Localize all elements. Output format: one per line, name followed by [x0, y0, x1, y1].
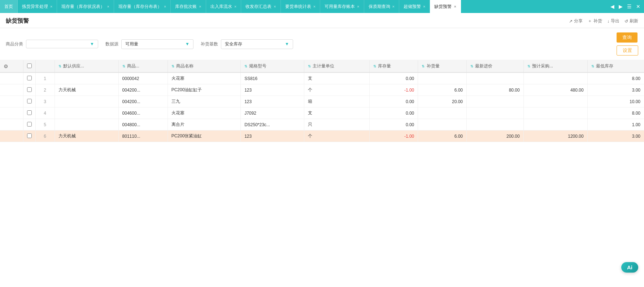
cell-est-purchase-4	[523, 119, 587, 131]
cell-checkbox-1[interactable]	[23, 84, 35, 96]
tab-available[interactable]: 可用量库存账本 ×	[320, 0, 364, 13]
col-est-purchase[interactable]: ⇅ 预计采购...	[523, 60, 587, 72]
cell-replenish-4	[418, 119, 467, 131]
replenish-base-select[interactable]: 安全库存 ▼	[221, 39, 293, 49]
row-checkbox-1[interactable]	[27, 87, 32, 92]
cell-spec-1: 123	[241, 84, 304, 96]
tab-demand[interactable]: 要货单统计表 ×	[281, 0, 320, 13]
share-icon: ↗	[569, 19, 573, 24]
cell-supplier-4	[55, 119, 118, 131]
category-select[interactable]: ▼	[26, 40, 98, 48]
cell-est-purchase-0	[523, 72, 587, 84]
cell-stock-0: 0.00	[369, 72, 418, 84]
cell-unit-5: 个	[304, 131, 369, 142]
sort-icon-supplier: ⇅	[58, 64, 61, 68]
cell-checkbox-0[interactable]	[23, 72, 35, 84]
cell-est-purchase-3	[523, 107, 587, 119]
tab-close-available[interactable]: ×	[357, 4, 359, 9]
tab-close-abnormal[interactable]: ×	[50, 4, 52, 9]
cell-checkbox-3[interactable]	[23, 107, 35, 119]
tab-shortage[interactable]: 缺货预警 ×	[430, 0, 461, 13]
settings-button[interactable]: 设置	[617, 45, 638, 56]
replenish-button[interactable]: ＋ 补货	[588, 18, 602, 24]
tab-overstock[interactable]: 超储预警 ×	[399, 0, 430, 13]
row-checkbox-0[interactable]	[27, 76, 32, 80]
row-checkbox-4[interactable]	[27, 122, 32, 127]
tab-inout[interactable]: 出入库流水 ×	[206, 0, 241, 13]
ai-badge[interactable]: Ai	[621, 262, 638, 273]
tab-close-all-btn[interactable]: ✕	[634, 4, 643, 9]
cell-unit-4: 只	[304, 119, 369, 131]
cell-goods-code-5: 801110...	[118, 131, 167, 142]
col-unit[interactable]: ⇅ 主计量单位	[304, 60, 369, 72]
cell-index-3: 4	[35, 107, 55, 119]
datasource-select[interactable]: 可用量 ▼	[121, 39, 193, 49]
gear-icon[interactable]: ⚙	[4, 63, 8, 69]
tab-close-batch[interactable]: ×	[199, 4, 201, 9]
cell-checkbox-2[interactable]	[23, 96, 35, 107]
col-gear: ⚙	[0, 60, 23, 72]
table-row: 2 力天机械 004200... PC200油缸缸子 123 个 -1.00 6…	[0, 84, 644, 96]
table-row: 1 0000042 火花塞 SS816 支 0.00 8.00	[0, 72, 644, 84]
row-checkbox-5[interactable]	[27, 133, 32, 138]
datasource-value: 可用量	[125, 41, 138, 47]
tab-bar: 首页 拣货异常处理 × 现存量（库存状况表） × 现存量（库存分布表） × 库存…	[0, 0, 644, 13]
tab-close-stock-status[interactable]: ×	[107, 4, 109, 9]
replenish-base-arrow-icon: ▼	[285, 41, 289, 47]
sort-icon-unit: ⇅	[308, 64, 311, 68]
col-latest-price[interactable]: ⇅ 最新进价	[467, 60, 524, 72]
table-row: 4 004600... 火花塞 J7092 支 0.00 8.00	[0, 107, 644, 119]
cell-latest-price-1: 80.00	[467, 84, 524, 96]
tab-home[interactable]: 首页	[0, 0, 18, 13]
row-checkbox-3[interactable]	[27, 110, 32, 115]
tab-close-shortage[interactable]: ×	[454, 4, 456, 9]
tab-stock-dist[interactable]: 现存量（库存分布表） ×	[114, 0, 171, 13]
cell-supplier-0	[55, 72, 118, 84]
tab-close-overstock[interactable]: ×	[423, 4, 425, 9]
tab-menu-btn[interactable]: ☰	[625, 4, 634, 9]
tab-receipt[interactable]: 收发存汇总表 ×	[241, 0, 280, 13]
query-button[interactable]: 查询	[617, 32, 638, 43]
col-min-stock[interactable]: ⇅ 最低库存	[587, 60, 644, 72]
category-filter-group: 商品分类 ▼	[6, 40, 98, 48]
tab-abnormal[interactable]: 拣货异常处理 ×	[18, 0, 57, 13]
tab-close-demand[interactable]: ×	[313, 4, 316, 9]
tab-batch[interactable]: 库存批次账 ×	[171, 0, 206, 13]
tab-close-receipt[interactable]: ×	[274, 4, 276, 9]
cell-goods-name-4: 离合片	[167, 119, 240, 131]
cell-checkbox-5[interactable]	[23, 131, 35, 142]
tab-prev-btn[interactable]: ◀	[608, 4, 617, 9]
export-button[interactable]: ↓ 导出	[607, 18, 619, 24]
cell-stock-4: 0.00	[369, 119, 418, 131]
col-stock[interactable]: ⇅ 库存量	[369, 60, 418, 72]
col-replenish[interactable]: ⇅ 补货量	[418, 60, 467, 72]
tab-expiry[interactable]: 保质期查询 ×	[364, 0, 399, 13]
col-spec[interactable]: ⇅ 规格型号	[241, 60, 304, 72]
select-all-checkbox[interactable]	[27, 63, 32, 68]
cell-goods-code-3: 004600...	[118, 107, 167, 119]
cell-gear-5	[0, 131, 23, 142]
tab-close-expiry[interactable]: ×	[392, 4, 395, 9]
share-button[interactable]: ↗ 分享	[569, 18, 583, 24]
refresh-button[interactable]: ↺ 刷新	[625, 18, 638, 24]
col-supplier[interactable]: ⇅ 默认供应...	[55, 60, 118, 72]
filter-area: 商品分类 ▼ 数据源 可用量 ▼ 补货基数 安全库存 ▼ 查询 设置	[0, 28, 644, 60]
tab-next-btn[interactable]: ▶	[617, 4, 625, 9]
cell-latest-price-2	[467, 96, 524, 107]
data-table: ⚙ ⇅ 默认供应... ⇅ 商品... ⇅	[0, 60, 644, 142]
col-goods-name[interactable]: ⇅ 商品名称	[167, 60, 240, 72]
datasource-arrow-icon: ▼	[185, 41, 190, 47]
tab-close-inout[interactable]: ×	[234, 4, 236, 9]
cell-index-1: 2	[35, 84, 55, 96]
col-goods-code[interactable]: ⇅ 商品...	[118, 60, 167, 72]
cell-spec-5: 123	[241, 131, 304, 142]
row-checkbox-2[interactable]	[27, 99, 32, 103]
table-row: 6 力天机械 801110... PC200张紧油缸 123 个 -1.00 6…	[0, 131, 644, 142]
tab-close-stock-dist[interactable]: ×	[164, 4, 166, 9]
tab-stock-status[interactable]: 现存量（库存状况表） ×	[57, 0, 114, 13]
cell-stock-5: -1.00	[369, 131, 418, 142]
cell-spec-4: DS250*23c...	[241, 119, 304, 131]
replenish-base-value: 安全库存	[225, 41, 242, 47]
table-body: 1 0000042 火花塞 SS816 支 0.00 8.00 2 力天机械 0…	[0, 72, 644, 142]
cell-checkbox-4[interactable]	[23, 119, 35, 131]
